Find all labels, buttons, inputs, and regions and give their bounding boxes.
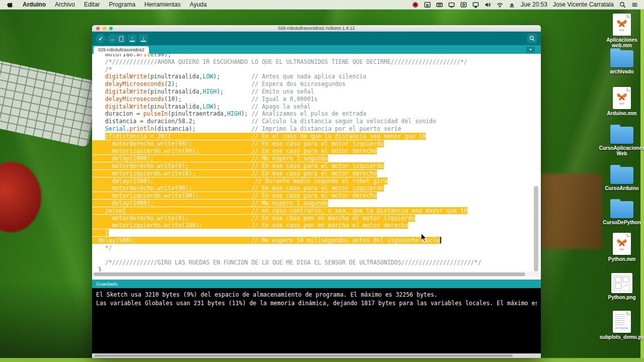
code-line[interactable]: motor180.write(90); <box>98 54 541 58</box>
menu-item-archivo[interactable]: Archivo <box>50 1 79 8</box>
code-line[interactable]: } <box>98 229 541 237</box>
serial-monitor-button[interactable] <box>527 34 537 43</box>
menu-items: ArduinoArchivoEditarProgramaHerramientas… <box>18 0 211 10</box>
desktop-icon-python-mm[interactable]: MMPython.mm <box>598 233 644 262</box>
menu-item-ayuda[interactable]: Ayuda <box>185 1 211 8</box>
menu-user-name[interactable]: Jose Vicente Carratala <box>553 1 614 8</box>
desktop-icon-python-png[interactable]: Python.png <box>598 273 644 300</box>
tab-dropdown-button[interactable]: ▾ <box>526 47 535 53</box>
recording-icon[interactable] <box>412 2 419 8</box>
desktop-icon-aplicaciones-web-mm[interactable]: MMAplicaciones web.mm <box>598 14 644 48</box>
menu-bar: ArduinoArchivoEditarProgramaHerramientas… <box>0 0 644 10</box>
tab-sketch[interactable]: 025-robotultrasonidos2 <box>94 46 149 54</box>
screen-share-icon[interactable] <box>460 2 467 8</box>
python-file-icon: PYTHON <box>613 311 631 333</box>
console-line: Las variables Globales usan 231 bytes (1… <box>96 299 537 308</box>
tab-strip: 025-robotultrasonidos2 ▾ <box>92 45 541 54</box>
desktop-icon-label: Arduino.mm <box>607 111 637 116</box>
window-bottom-scrollbar-thumb[interactable] <box>94 354 513 357</box>
code-line[interactable]: Serial.println(distancia); // Imprimo la… <box>98 125 541 133</box>
code-line[interactable]: motorderecho.write(0); // En ese caso po… <box>98 215 541 222</box>
console-output: El Sketch usa 3210 bytes (9%) del espaci… <box>92 288 541 353</box>
open-button[interactable]: ↑ <box>128 34 137 43</box>
code-line[interactable] <box>98 252 541 259</box>
code-line[interactable]: /*/////////////AHORA QUIERO IR ESCUCHAND… <box>98 58 541 66</box>
menu-item-programa[interactable]: Programa <box>104 1 140 8</box>
wifi-icon[interactable] <box>497 2 503 8</box>
code-line[interactable]: motorizquierdo.write(0); // En ese caso … <box>98 170 541 177</box>
code-line[interactable]: distancia = duracion/58.2; // Calculo la… <box>98 118 541 125</box>
desktop-icon-subplots-demo-py[interactable]: PYTHONsubplots_demo.py <box>598 311 644 340</box>
volume-icon[interactable] <box>485 2 491 8</box>
spotlight-and-notification-icons <box>619 2 638 8</box>
code-line[interactable]: duracion = pulseIn(pinultraentrada,HIGH)… <box>98 110 541 118</box>
code-line[interactable]: delay(1000); // Me espero 1 segundo <box>98 155 541 162</box>
desktop-icon-cursodepython[interactable]: CursoDePython <box>598 201 644 225</box>
mindmap-file-icon: MM <box>613 14 631 36</box>
text-caret <box>440 237 441 243</box>
check-icon: ✓ <box>98 36 103 42</box>
desktop-icon-cursoarduino[interactable]: CursoArduino <box>598 167 644 191</box>
upload-button[interactable]: → <box>107 34 117 44</box>
code-line[interactable]: motorizquierdo.write(90); // En ese caso… <box>98 147 541 155</box>
code-line[interactable]: if(distancia < 20){ // En el caso de que… <box>98 133 541 140</box>
keyboard-icon[interactable] <box>436 2 443 8</box>
boom-app-icon[interactable]: B <box>424 2 431 8</box>
window-bottom-scrollbar-track[interactable] <box>92 353 541 358</box>
menu-clock[interactable]: Jue 20:53 <box>521 1 547 8</box>
desktop-icon-archivado[interactable]: archivado <box>598 50 644 74</box>
folder-icon <box>610 167 633 184</box>
editor-horizontal-scrollbar-track[interactable] <box>92 272 541 277</box>
desktop-icon-label: Python.mm <box>608 256 635 262</box>
code-line[interactable]: delayMicroseconds(10); // Igual a 0,0000… <box>98 96 541 103</box>
code-line[interactable]: delay(500); // Me espero 50 milisegundos… <box>98 237 541 244</box>
folder-icon <box>610 127 633 144</box>
window-titlebar[interactable]: 025-robotultrasonidos2 Arduino 1.8.12 <box>92 25 541 32</box>
code-line[interactable]: digitalWrite(pinultrasalida,HIGH); // Em… <box>98 88 541 96</box>
desktop-icon-cursoaplicaciones-web[interactable]: CursoAplicaciones Web <box>598 127 644 156</box>
desktop-icon-label: Aplicaciones web.mm <box>598 37 644 48</box>
open-icon: ↑ <box>130 36 135 42</box>
folder-icon <box>610 50 633 67</box>
svg-text:B: B <box>426 3 429 7</box>
code-line[interactable]: motorderecho.write(90); // En ese caso p… <box>98 185 541 192</box>
code-line[interactable]: /*/////////////GIRO LAS RUEDAS EN FUNCIO… <box>98 259 541 266</box>
desktop-icon-arduino-mm[interactable]: MMArduino.mm <box>598 87 644 116</box>
code-line[interactable]: digitalWrite(pinultrasalida,LOW); // Apa… <box>98 103 541 111</box>
new-sketch-button[interactable] <box>117 34 126 43</box>
code-line[interactable]: delayMicroseconds(2); // Espera dos micr… <box>98 80 541 88</box>
code-line[interactable]: delay(1500); // Durante medio segundo el… <box>98 177 541 185</box>
code-line[interactable]: /* <box>98 66 541 73</box>
editor-horizontal-scrollbar-thumb[interactable] <box>94 273 525 276</box>
editor-vertical-scrollbar[interactable] <box>534 186 538 272</box>
save-icon: ↓ <box>141 36 146 42</box>
wood-table-photo <box>541 173 602 249</box>
menu-item-herramientas[interactable]: Herramientas <box>140 1 185 8</box>
menu-item-arduino[interactable]: Arduino <box>18 1 50 8</box>
arduino-window: 025-robotultrasonidos2 Arduino 1.8.12 ✓ … <box>92 25 541 358</box>
status-message: Guardado. <box>96 281 119 287</box>
console-line: El Sketch usa 3210 bytes (9%) del espaci… <box>96 291 537 299</box>
code-line[interactable]: digitalWrite(pinultrasalida,LOW); // Ant… <box>98 73 541 80</box>
chevron-down-icon: ▾ <box>529 47 531 52</box>
list-icon[interactable] <box>631 2 638 8</box>
save-button[interactable]: ↓ <box>139 34 148 43</box>
display-icon[interactable] <box>448 2 455 8</box>
code-line[interactable]: motorizquierdo.write(90); // En ese caso… <box>98 192 541 200</box>
airplay-icon[interactable] <box>472 2 479 8</box>
code-line[interactable]: delay(1000); // Me espero 1 segundo <box>98 200 541 207</box>
eject-icon[interactable] <box>509 2 515 8</box>
code-line[interactable]: } <box>98 266 541 272</box>
code-line[interactable]: motorderecho.write(0); // En ese caso pa… <box>98 162 541 170</box>
menu-item-editar[interactable]: Editar <box>79 1 104 8</box>
code-line[interactable]: */ <box>98 244 541 252</box>
code-line[interactable]: motorizquierdo.write(180); // En ese cas… <box>98 222 541 229</box>
apple-icon[interactable] <box>7 2 13 8</box>
menu-bar-left: ArduinoArchivoEditarProgramaHerramientas… <box>0 0 211 10</box>
shadow-area <box>0 282 93 362</box>
code-line[interactable]: motorderecho.write(90); // En ese caso p… <box>98 140 541 148</box>
search-icon[interactable] <box>619 2 626 8</box>
code-line[interactable]: }else{ // en caso contrario, o sea, que … <box>98 207 541 215</box>
verify-button[interactable]: ✓ <box>96 34 106 44</box>
code-editor[interactable]: motor180.write(90); /*/////////////AHORA… <box>92 54 541 272</box>
